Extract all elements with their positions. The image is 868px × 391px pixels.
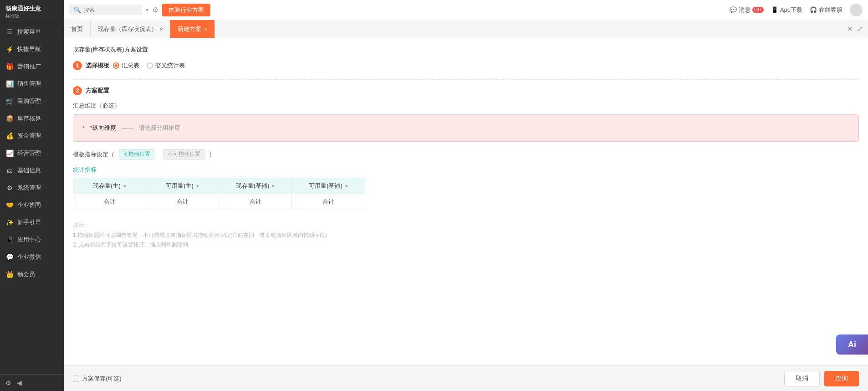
save-checkbox[interactable] [73, 376, 79, 382]
sidebar-item-icon-12: 📱 [5, 236, 14, 244]
sidebar-item-icon-13: 💬 [5, 253, 14, 261]
tab-new-plan[interactable]: 新建方案 × [170, 20, 214, 38]
sidebar-item-2[interactable]: 🎁 营销推广 [0, 58, 64, 75]
radio-cross[interactable]: 交叉统计表 [147, 62, 185, 70]
sidebar-item-label-3: 销售管理 [17, 80, 41, 88]
stats-col-body-3: 合计 [292, 194, 365, 210]
stats-col-summary-3: 合计 [322, 198, 334, 205]
topbar-gear-icon[interactable]: ⚙ [152, 5, 158, 14]
tab-inventory-close-icon[interactable]: × [160, 26, 163, 32]
window-expand-icon[interactable]: ⤢ [857, 25, 863, 33]
sidebar-item-12[interactable]: 📱 应用中心 [0, 231, 64, 248]
section-2: 2 方案配置 汇总维度（必选） * *纵向维度 —— 请选择分组维度 模板指标设… [73, 86, 859, 250]
tip-item-2: 2. 点击标题栏下拉可设置排序、插入列和删除列 [73, 240, 859, 250]
stats-col-label-0: 现存量(主) [93, 182, 121, 190]
indicator-label-end: ） [209, 150, 215, 159]
collapse-icon[interactable]: ◀ [17, 379, 22, 386]
stats-col-header-0[interactable]: 现存量(主)▾ [73, 178, 146, 194]
sidebar-item-14[interactable]: 👑 畅会员 [0, 266, 64, 283]
page-title: 现存量(库存状况表)方案设置 [73, 46, 859, 54]
sidebar-item-label-2: 营销推广 [17, 62, 41, 71]
message-icon: 💬 [730, 6, 737, 13]
radio-summary-dot [113, 62, 119, 69]
tab-inventory[interactable]: 现存量（库存状况表） × [91, 20, 170, 38]
search-box[interactable]: 🔍 [69, 5, 142, 15]
sidebar-item-1[interactable]: ⚡ 快捷导航 [0, 41, 64, 58]
settings-icon[interactable]: ⚙ [5, 379, 11, 386]
sidebar-item-0[interactable]: ☰ 搜索菜单 [0, 23, 64, 41]
sidebar-nav: ☰ 搜索菜单 ⚡ 快捷导航 🎁 营销推广 📊 销售管理 🛒 采购管理 📦 库存核… [0, 23, 64, 374]
message-item[interactable]: 💬 消息 99+ [730, 6, 764, 14]
tips-title: 提示： [73, 222, 89, 228]
app-download-item[interactable]: 📱 App下载 [771, 6, 802, 14]
tips-section: 提示： 1.拖动标题栏可以调整布局，不可跨维度或指标区域拖动栏目字段(只能在同一… [73, 221, 859, 250]
window-close-icon[interactable]: ✕ [847, 25, 853, 33]
topbar-chevron-icon[interactable]: ▾ [146, 7, 148, 13]
sidebar-item-label-12: 应用中心 [17, 236, 41, 244]
sidebar-item-7[interactable]: 📈 经营管理 [0, 144, 64, 162]
dimension-box[interactable]: * *纵向维度 —— 请选择分组维度 [73, 114, 859, 142]
tab-home-label: 首页 [71, 25, 83, 33]
sidebar-item-icon-0: ☰ [5, 28, 14, 36]
user-avatar[interactable] [850, 4, 863, 16]
sidebar-item-8[interactable]: 🗂 基础信息 [0, 162, 64, 179]
stats-table-header: 现存量(主)▾可用量(主)▾现存量(基辅)▾可用量(基辅)▾ [73, 178, 365, 194]
sidebar-item-3[interactable]: 📊 销售管理 [0, 75, 64, 93]
sidebar-item-13[interactable]: 💬 企业微信 [0, 248, 64, 266]
message-badge: 99+ [752, 7, 764, 13]
search-input[interactable] [84, 7, 138, 13]
dim-dash: —— [122, 125, 133, 132]
sidebar-item-icon-8: 🗂 [5, 166, 14, 175]
sidebar-item-5[interactable]: 📦 库存核算 [0, 110, 64, 127]
section-1-title: 选择模板 [86, 62, 109, 70]
dim-required-marker: * [82, 125, 85, 132]
radio-cross-label: 交叉统计表 [155, 62, 185, 70]
sidebar-item-label-9: 系统管理 [17, 184, 41, 192]
indicator-label-prefix: 模板指标设定（ [73, 150, 114, 159]
stats-table-body: 合计合计合计合计 [73, 194, 365, 210]
sidebar-item-icon-4: 🛒 [5, 97, 14, 105]
section-2-num: 2 [73, 86, 82, 95]
template-radio-group: 汇总表 交叉统计表 [113, 62, 185, 70]
sidebar-item-9[interactable]: ⚙ 系统管理 [0, 179, 64, 196]
sidebar-item-11[interactable]: ✨ 新手引导 [0, 214, 64, 231]
footer-actions: 取消 查询 [784, 371, 859, 386]
sidebar-item-label-6: 资金管理 [17, 132, 41, 140]
stats-col-header-1[interactable]: 可用量(主)▾ [146, 178, 219, 194]
stats-col-header-2[interactable]: 现存量(基辅)▾ [219, 178, 292, 194]
divider-1 [73, 79, 859, 80]
stats-col-header-3[interactable]: 可用量(基辅)▾ [292, 178, 365, 194]
sidebar-item-10[interactable]: 🤝 企业协同 [0, 196, 64, 214]
stats-col-label-1: 可用量(主) [166, 182, 194, 190]
section-2-title: 方案配置 [86, 87, 109, 95]
sidebar-item-icon-14: 👑 [5, 270, 14, 278]
trial-button[interactable]: 体验行业方案 [162, 4, 210, 16]
ai-float-button[interactable]: Ai [836, 334, 868, 355]
sidebar-item-label-1: 快捷导航 [17, 45, 41, 53]
query-button[interactable]: 查询 [824, 371, 859, 386]
sidebar-item-6[interactable]: 💰 资金管理 [0, 127, 64, 144]
headset-icon: 🎧 [810, 6, 817, 13]
online-support-item[interactable]: 🎧 在线客服 [810, 6, 842, 14]
sidebar-item-icon-10: 🤝 [5, 201, 14, 209]
sidebar-item-4[interactable]: 🛒 采购管理 [0, 93, 64, 110]
footer-bar: 方案保存(可选) 取消 查询 [64, 365, 868, 391]
radio-cross-dot [147, 62, 153, 69]
dim-vertical-label: *纵向维度 [90, 124, 116, 132]
sidebar-item-label-14: 畅会员 [17, 270, 35, 278]
tab-home[interactable]: 首页 [64, 20, 91, 38]
stats-col-summary-1: 合计 [177, 198, 189, 205]
chevron-down-icon-2: ▾ [272, 183, 275, 189]
stats-col-summary-2: 合计 [250, 198, 261, 205]
radio-summary[interactable]: 汇总表 [113, 62, 139, 70]
section-1-num: 1 [73, 61, 82, 70]
cancel-button[interactable]: 取消 [784, 371, 820, 386]
sidebar-item-label-8: 基础信息 [17, 166, 41, 175]
tab-new-plan-close-icon[interactable]: × [204, 26, 207, 32]
phone-icon: 📱 [771, 6, 778, 13]
stats-col-body-1: 合计 [146, 194, 219, 210]
stats-table: 现存量(主)▾可用量(主)▾现存量(基辅)▾可用量(基辅)▾ 合计合计合计合计 [73, 178, 365, 210]
save-option: 方案保存(可选) [73, 375, 122, 383]
content-area: 现存量(库存状况表)方案设置 1 选择模板 汇总表 交叉统计表 [64, 38, 868, 365]
chevron-down-icon-0: ▾ [123, 183, 126, 189]
